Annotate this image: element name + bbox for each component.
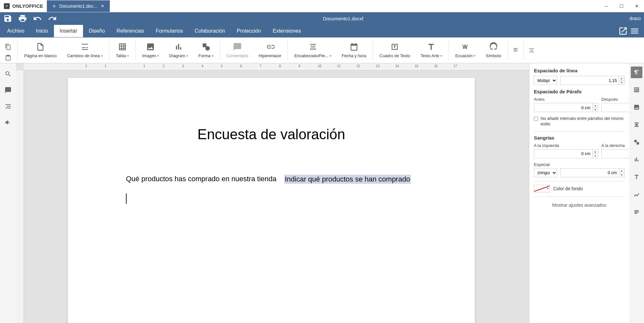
ribbon: Página en blanco Cambios de línea▾ Tabla… xyxy=(0,37,644,63)
doc-heading[interactable]: Encuesta de valoración xyxy=(126,126,417,142)
feedback-icon[interactable] xyxy=(5,119,12,126)
advanced-settings-link[interactable]: Mostrar ajustes avanzados xyxy=(534,200,625,210)
menu-diseno[interactable]: Diseño xyxy=(83,25,111,37)
text-cursor xyxy=(126,193,127,204)
spin-up-icon[interactable]: ▲ xyxy=(619,76,625,80)
close-tab-icon[interactable]: × xyxy=(101,3,104,9)
menu-extensiones[interactable]: Extensiones xyxy=(267,25,307,37)
hamburger-icon: ≡ xyxy=(53,4,55,9)
paragraph-settings-button[interactable] xyxy=(631,67,642,78)
bg-color-label: Color de fondo xyxy=(553,186,583,191)
menu-archivo[interactable]: Archivo xyxy=(1,25,30,37)
copy-icon[interactable] xyxy=(5,44,11,50)
comment-button: Comentario xyxy=(222,37,254,63)
image-button[interactable]: Imagen▾ xyxy=(137,37,164,63)
image-settings-button[interactable] xyxy=(631,101,642,113)
header-footer-settings-button[interactable] xyxy=(631,119,642,130)
indent-left-spinner[interactable]: ▲▼ xyxy=(534,149,598,158)
line-spacing-type-select[interactable]: Múltiple xyxy=(534,76,557,85)
shape-button[interactable]: Forma▾ xyxy=(193,37,219,63)
view-settings-icon[interactable] xyxy=(630,26,639,36)
bg-color-picker[interactable]: ▾ xyxy=(534,185,550,193)
diagram-button[interactable]: Diagram▾ xyxy=(164,37,193,63)
page[interactable]: Encuesta de valoración Qué productos has… xyxy=(68,78,475,323)
close-button[interactable]: ✕ xyxy=(629,0,644,12)
line-spacing-heading: Espaciado de línea xyxy=(534,68,625,73)
header-toolbar: Documento1.docxf draco xyxy=(0,12,644,25)
onlyoffice-logo-icon: ≡ xyxy=(4,3,10,9)
after-label: Después xyxy=(601,97,629,102)
username[interactable]: draco xyxy=(629,16,641,21)
app-logo: ≡ ONLYOFFICE xyxy=(0,3,47,9)
document-title: Documento1.docxf xyxy=(57,16,629,21)
text-box-button[interactable]: Cuadro de Texto xyxy=(374,37,415,63)
doc-body-line[interactable]: Qué productos has comprado en nuestra ti… xyxy=(126,175,417,184)
menu-insertar[interactable]: Insertar xyxy=(54,25,83,37)
indent-right-label: A la derecha xyxy=(601,143,629,148)
vertical-ruler[interactable] xyxy=(16,70,24,323)
form-settings-button[interactable] xyxy=(631,206,642,218)
text-art-settings-button[interactable] xyxy=(631,171,642,183)
maximize-button[interactable]: ☐ xyxy=(614,0,629,12)
right-rail xyxy=(629,63,644,323)
no-space-same-style-label: No añadir intervalo entre párrafos del m… xyxy=(541,116,625,127)
app-name: ONLYOFFICE xyxy=(12,3,43,9)
equation-button[interactable]: Ecuación▾ xyxy=(450,37,481,63)
form-field[interactable]: Indicar qué productos se han comprado xyxy=(284,175,411,184)
titlebar: ≡ ONLYOFFICE ≡ Documento1.doc... × ─ ☐ ✕ xyxy=(0,0,644,12)
spin-down-icon[interactable]: ▼ xyxy=(619,80,625,85)
left-sidebar xyxy=(0,63,16,323)
window-controls: ─ ☐ ✕ xyxy=(599,0,644,12)
no-space-same-style-checkbox[interactable] xyxy=(534,117,538,121)
symbol-button[interactable]: Símbolo xyxy=(481,37,506,63)
paste-icon[interactable] xyxy=(5,55,11,61)
table-button[interactable]: Tabla▾ xyxy=(111,37,134,63)
ribbon-more-2[interactable] xyxy=(525,47,538,54)
print-icon[interactable] xyxy=(18,14,27,23)
paragraph-panel: Espaciado de línea Múltiple ▲▼ Espaciado… xyxy=(529,63,629,323)
special-indent-select[interactable]: (ninguno) xyxy=(534,168,557,177)
search-icon[interactable] xyxy=(5,70,12,78)
ribbon-more-1[interactable] xyxy=(509,47,522,54)
spacing-before-spinner[interactable]: ▲▼ xyxy=(534,103,598,112)
redo-icon[interactable] xyxy=(48,14,57,23)
special-indent-spinner[interactable]: ▲▼ xyxy=(560,168,625,177)
question-text[interactable]: Qué productos has comprado en nuestra ti… xyxy=(126,175,276,184)
menu-inicio[interactable]: Inicio xyxy=(30,25,54,37)
menu-referencias[interactable]: Referencias xyxy=(111,25,150,37)
svg-point-1 xyxy=(634,140,637,142)
hyperlink-button[interactable]: Hiperenlace xyxy=(254,37,286,63)
header-footer-button[interactable]: Encabezado/Pie...▾ xyxy=(289,37,337,63)
minimize-button[interactable]: ─ xyxy=(599,0,614,12)
before-label: Antes xyxy=(534,97,598,102)
table-settings-button[interactable] xyxy=(631,84,642,96)
special-label: Especial xyxy=(534,162,557,167)
save-icon[interactable] xyxy=(3,14,12,23)
blank-page-button[interactable]: Página en blanco xyxy=(19,37,62,63)
signature-settings-button[interactable] xyxy=(631,189,642,200)
menu-proteccion[interactable]: Protección xyxy=(231,25,267,37)
indents-heading: Sangrías xyxy=(534,135,625,141)
chart-settings-button[interactable] xyxy=(631,154,642,165)
menu-formularios[interactable]: Formularios xyxy=(150,25,189,37)
menu-colaboracion[interactable]: Colaboración xyxy=(189,25,231,37)
breaks-button[interactable]: Cambios de línea▾ xyxy=(62,37,108,63)
text-art-button[interactable]: Texto Arte▾ xyxy=(415,37,447,63)
undo-icon[interactable] xyxy=(33,14,42,23)
line-spacing-value-spinner[interactable]: ▲▼ xyxy=(560,76,625,85)
shape-settings-button[interactable] xyxy=(631,136,642,148)
open-location-icon[interactable] xyxy=(618,26,628,36)
date-time-button[interactable]: Fecha y hora xyxy=(337,37,371,63)
comments-icon[interactable] xyxy=(5,87,12,94)
tab-title: Documento1.doc... xyxy=(59,4,97,9)
headings-icon[interactable] xyxy=(5,103,12,110)
svg-point-0 xyxy=(205,46,210,51)
indent-right-spinner[interactable]: ▲▼ xyxy=(601,149,629,158)
indent-left-label: A la izquierda xyxy=(534,143,598,148)
document-area[interactable]: L 211234567891011121314151617 Encuesta d… xyxy=(16,63,529,323)
horizontal-ruler[interactable]: 211234567891011121314151617 xyxy=(24,63,529,70)
menu-bar: Archivo Inicio Insertar Diseño Referenci… xyxy=(0,25,644,37)
document-tab[interactable]: ≡ Documento1.doc... × xyxy=(47,0,110,12)
para-spacing-heading: Espaciado de Párafo xyxy=(534,89,625,94)
spacing-after-spinner[interactable]: ▲▼ xyxy=(601,103,629,112)
